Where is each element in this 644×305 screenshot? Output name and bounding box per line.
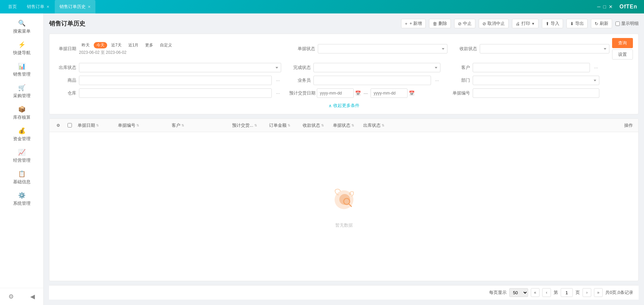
tab-home[interactable]: 首页	[3, 0, 22, 13]
order-status-select[interactable]	[318, 44, 447, 53]
show-detail-checkbox[interactable]	[615, 22, 620, 26]
sidebar-item-sales-mgmt[interactable]: 📊 销售管理	[0, 59, 43, 81]
page-title: 销售订单历史	[49, 20, 85, 28]
tab-sales-order-history[interactable]: 销售订单历史 ✕	[55, 0, 95, 13]
print-icon: 🖨	[516, 21, 520, 26]
sidebar-settings-btn[interactable]: ⚙	[7, 292, 15, 302]
delete-button[interactable]: 🗑 删除	[429, 19, 451, 28]
customer-dots-icon[interactable]: ···	[593, 65, 599, 70]
stop-icon: ⊘	[458, 21, 462, 26]
department-select[interactable]	[473, 76, 599, 85]
order-number-input[interactable]	[473, 88, 599, 98]
print-button[interactable]: 🖨 打印 ▼	[512, 19, 539, 28]
refresh-button[interactable]: ↻ 刷新	[591, 19, 612, 28]
sidebar-item-operations[interactable]: 📈 经营管理	[0, 145, 43, 167]
close-icon[interactable]: ✕	[609, 4, 613, 9]
delivery-date-start-cal-icon[interactable]: 📅	[355, 90, 361, 96]
customer-input[interactable]	[473, 63, 590, 72]
th-amount[interactable]: 订单金额 ⇅	[266, 122, 300, 128]
filter-outbound-status-field: 出库状态	[55, 63, 281, 72]
minimize-icon[interactable]: ─	[597, 4, 601, 9]
delivery-date-end[interactable]	[371, 88, 407, 98]
warehouse-label: 仓库	[55, 90, 76, 96]
th-status[interactable]: 单据状态 ⇅	[330, 122, 360, 128]
sidebar-item-quick-nav[interactable]: ⚡ 快捷导航	[0, 38, 43, 59]
show-detail-label[interactable]: 显示明细	[615, 21, 639, 27]
th-action: 操作	[609, 122, 636, 128]
salesperson-dots-icon[interactable]: ···	[434, 78, 440, 83]
date-tag-today[interactable]: 今天	[94, 42, 107, 48]
maximize-icon[interactable]: □	[603, 4, 606, 9]
sidebar-item-system[interactable]: ⚙️ 系统管理	[0, 188, 43, 210]
outbound-status-label: 出库状态	[55, 65, 76, 71]
th-gear[interactable]: ⚙	[52, 123, 64, 128]
query-button[interactable]: 查询	[612, 38, 633, 48]
date-tag-7days[interactable]: 近7天	[109, 42, 124, 48]
th-outbound[interactable]: 出库状态 ⇅	[360, 122, 609, 128]
filter-row-1: 单据日期 昨天 今天 近7天 近1月 更多 自定义 2023-06-02 至 2…	[55, 38, 633, 60]
delivery-date-end-cal-icon[interactable]: 📅	[409, 90, 415, 96]
th-date[interactable]: 单据日期 ⇅	[75, 122, 115, 128]
prev-page-button[interactable]: ‹	[542, 288, 551, 297]
page-word-pre: 第	[554, 290, 558, 296]
amount-sort-icon: ⇅	[288, 123, 290, 127]
complete-status-select[interactable]	[313, 63, 440, 72]
new-button[interactable]: + + 新增	[401, 19, 426, 28]
tab-sales-order-close[interactable]: ✕	[46, 5, 49, 9]
page-size-select[interactable]: 50 10 20 100	[509, 288, 528, 297]
delivery-sort-icon: ⇅	[254, 123, 257, 127]
settings-button[interactable]: 设置	[612, 49, 633, 60]
page-input[interactable]	[561, 288, 573, 297]
first-page-button[interactable]: «	[531, 288, 540, 297]
sidebar-item-finance[interactable]: 💰 资金管理	[0, 124, 43, 145]
number-sort-icon: ⇅	[136, 123, 139, 127]
date-tag-more[interactable]: 更多	[142, 42, 156, 48]
export-icon: ⬇	[570, 21, 574, 26]
department-label: 部门	[448, 77, 470, 83]
filter-customer-field: 客户 ···	[448, 63, 599, 72]
warehouse-dots-icon[interactable]: ···	[274, 90, 281, 96]
product-dots-icon[interactable]: ···	[274, 78, 281, 83]
th-number[interactable]: 单据编号 ⇅	[115, 122, 169, 128]
filter-product-field: 商品 ···	[55, 76, 281, 85]
filter-warehouse-field: 仓库 ···	[55, 88, 281, 98]
filter-delivery-date-field: 预计交货日期 📅 — 📅	[289, 88, 440, 98]
sidebar-item-purchase-mgmt[interactable]: 🛒 采购管理	[0, 81, 43, 102]
payment-status-select[interactable]	[480, 44, 609, 53]
sidebar-item-search-menu[interactable]: 🔍 搜索菜单	[0, 16, 43, 38]
date-tag-yesterday[interactable]: 昨天	[79, 42, 92, 48]
tab-sales-order-history-close[interactable]: ✕	[88, 5, 91, 9]
select-all-checkbox[interactable]	[68, 123, 72, 127]
warehouse-input[interactable]	[79, 88, 272, 98]
salesperson-label: 业务员	[289, 77, 311, 83]
delivery-date-start[interactable]	[317, 88, 354, 98]
collapse-up-icon: ∧	[329, 103, 332, 108]
tab-sales-order[interactable]: 销售订单 ✕	[22, 0, 54, 13]
date-tag-custom[interactable]: 自定义	[157, 42, 175, 48]
th-delivery[interactable]: 预计交货... ⇅	[229, 122, 266, 128]
stop-button[interactable]: ⊘ 中止	[454, 19, 475, 28]
page-size-label: 每页显示	[489, 290, 507, 296]
sidebar-item-inventory[interactable]: 📦 库存核算	[0, 102, 43, 124]
product-label: 商品	[55, 77, 76, 83]
cancel-stop-button[interactable]: ⊘ 取消中止	[479, 19, 509, 28]
next-page-button[interactable]: ›	[583, 288, 591, 297]
th-payment[interactable]: 收款状态 ⇅	[300, 122, 330, 128]
collapse-bar[interactable]: ∧ 收起更多条件	[55, 101, 633, 110]
salesperson-input[interactable]	[313, 76, 431, 85]
status-sort-icon: ⇅	[351, 123, 354, 127]
system-icon: ⚙️	[18, 192, 26, 199]
product-input[interactable]	[79, 76, 272, 85]
last-page-button[interactable]: »	[594, 288, 603, 297]
sidebar-collapse-btn[interactable]: ◀	[29, 292, 36, 302]
sidebar-item-basic-info[interactable]: 📋 基础信息	[0, 167, 43, 188]
import-button[interactable]: ⬆ 导入	[542, 19, 563, 28]
export-button[interactable]: ⬇ 导出	[566, 19, 588, 28]
th-checkbox[interactable]	[64, 123, 75, 127]
date-tag-1month[interactable]: 近1月	[126, 42, 141, 48]
filter-date-field: 单据日期 昨天 今天 近7天 近1月 更多 自定义 2023-06-02 至 2…	[55, 42, 286, 55]
filter-row-2: 出库状态 完成状态 客户 ···	[55, 63, 633, 72]
outbound-status-select[interactable]	[79, 63, 281, 72]
th-client[interactable]: 客户 ⇅	[169, 122, 229, 128]
import-icon: ⬆	[546, 21, 549, 26]
